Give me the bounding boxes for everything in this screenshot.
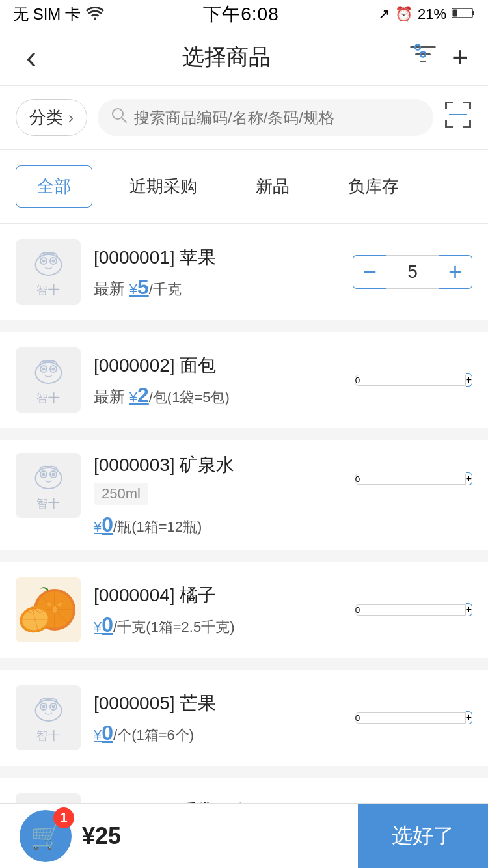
- product-thumbnail: 智十: [16, 685, 81, 750]
- svg-rect-2: [453, 10, 457, 17]
- product-name: [0000003] 矿泉水: [94, 453, 342, 478]
- tab-new[interactable]: 新品: [234, 165, 311, 208]
- back-button[interactable]: ‹: [20, 33, 43, 81]
- product-price: 最新 ¥2/包(1袋=5包): [94, 383, 342, 407]
- product-thumbnail: 智十: [16, 453, 81, 518]
- svg-rect-5: [420, 61, 426, 62]
- cart-button[interactable]: 🛒 1: [20, 810, 72, 862]
- quantity-increment-button[interactable]: +: [466, 472, 472, 485]
- list-item: [0000004] 橘子 ¥0/千克(1箱=2.5千克) +: [0, 562, 488, 658]
- price-yuan-icon: ¥: [94, 619, 102, 635]
- price-yuan-icon: ¥: [129, 389, 137, 405]
- confirm-button[interactable]: 选好了: [358, 804, 488, 869]
- wifi-icon: [86, 5, 104, 23]
- category-button[interactable]: 分类 ›: [16, 99, 87, 136]
- search-input-wrap: [98, 99, 433, 136]
- quantity-control: − +: [353, 255, 472, 289]
- nav-bar: ‹ 选择商品 +: [0, 29, 488, 86]
- product-controls: +: [355, 373, 472, 387]
- product-list: 智十 [0000001] 苹果 最新 ¥5/千克 − +: [0, 224, 488, 868]
- price-yuan-icon: ¥: [129, 281, 137, 297]
- filter-icon[interactable]: [410, 44, 436, 71]
- quantity-increment-button[interactable]: +: [466, 711, 472, 724]
- list-item: 智十 [0000001] 苹果 最新 ¥5/千克 − +: [0, 224, 488, 320]
- quantity-increment-button[interactable]: +: [439, 255, 472, 289]
- product-thumbnail: 智十: [16, 347, 81, 413]
- svg-point-27: [42, 367, 45, 370]
- product-price: ¥0/千克(1箱=2.5千克): [94, 613, 342, 637]
- svg-rect-15: [445, 120, 447, 128]
- status-right: ↗ ⏰ 21%: [378, 6, 475, 23]
- quantity-increment-button[interactable]: +: [466, 373, 472, 387]
- svg-point-45: [53, 606, 57, 613]
- owl-icon: [31, 460, 66, 493]
- product-info: [0000004] 橘子 ¥0/千克(1箱=2.5千克): [81, 583, 355, 637]
- svg-rect-13: [469, 102, 471, 109]
- svg-point-51: [42, 705, 45, 708]
- battery-icon: [452, 6, 475, 23]
- status-left: 无 SIM 卡: [13, 4, 104, 25]
- owl-icon: [31, 692, 66, 726]
- location-icon: ↗: [378, 6, 390, 23]
- nav-actions: +: [410, 41, 468, 74]
- category-label: 分类: [29, 106, 63, 129]
- battery-label: 21%: [418, 6, 446, 23]
- product-info: [0000002] 面包 最新 ¥2/包(1袋=5包): [81, 353, 355, 407]
- svg-rect-11: [445, 102, 447, 109]
- quantity-input[interactable]: [386, 255, 439, 289]
- carrier-label: 无 SIM 卡: [13, 4, 81, 25]
- product-info: [0000005] 芒果 ¥0/个(1箱=6个): [81, 691, 355, 745]
- price-unit: /个(1箱=6个): [113, 727, 194, 743]
- product-image: [16, 577, 81, 642]
- bottom-bar: 🛒 1 ¥25 选好了: [0, 803, 488, 868]
- product-thumbnail: [16, 577, 81, 642]
- item-divider: [0, 659, 488, 670]
- add-icon[interactable]: +: [452, 41, 468, 74]
- svg-point-32: [42, 472, 45, 476]
- price-unit: /千克: [149, 281, 182, 297]
- product-info: [0000003] 矿泉水 250ml ¥0/瓶(1箱=12瓶): [81, 453, 355, 537]
- product-controls: − +: [353, 255, 472, 289]
- item-divider: [0, 767, 488, 778]
- price-unit: /瓶(1箱=12瓶): [113, 519, 202, 535]
- content-area: 分类 › 全部 近期采购 新品 负库存 智十: [0, 86, 488, 868]
- svg-point-33: [51, 472, 55, 476]
- tab-recent[interactable]: 近期采购: [108, 165, 219, 208]
- price-value: 0: [102, 613, 113, 636]
- search-input[interactable]: [134, 109, 420, 127]
- brand-label: 智十: [31, 496, 66, 511]
- quantity-decrement-button[interactable]: −: [353, 255, 386, 289]
- list-item: 智十 [0000005] 芒果 ¥0/个(1箱=6个) +: [0, 670, 488, 766]
- quantity-input[interactable]: [355, 604, 466, 616]
- tab-all[interactable]: 全部: [16, 165, 92, 208]
- tab-negative[interactable]: 负库存: [327, 165, 420, 208]
- quantity-input[interactable]: [355, 474, 466, 485]
- quantity-input[interactable]: [355, 712, 466, 724]
- owl-icon: [31, 355, 66, 388]
- scan-icon[interactable]: [444, 100, 472, 135]
- product-info: [0000001] 苹果 最新 ¥5/千克: [81, 245, 353, 299]
- svg-rect-18: [449, 114, 467, 115]
- svg-point-22: [42, 259, 45, 262]
- product-price: ¥0/瓶(1箱=12瓶): [94, 513, 342, 537]
- status-time: 下午6:08: [203, 2, 279, 27]
- quantity-input[interactable]: [355, 375, 466, 386]
- svg-line-9: [122, 118, 126, 122]
- price-yuan-icon: ¥: [94, 727, 102, 743]
- price-value: 0: [102, 513, 113, 536]
- product-controls: +: [355, 603, 472, 616]
- product-controls: +: [355, 711, 472, 724]
- svg-point-23: [51, 259, 55, 262]
- price-unit: /包(1袋=5包): [149, 389, 230, 405]
- product-controls: +: [355, 472, 472, 485]
- svg-rect-3: [410, 46, 436, 48]
- price-yuan-icon: ¥: [94, 519, 102, 535]
- quantity-increment-button[interactable]: +: [466, 603, 472, 616]
- search-area: 分类 ›: [0, 86, 488, 150]
- svg-rect-4: [415, 53, 431, 55]
- svg-point-52: [51, 705, 55, 708]
- status-bar: 无 SIM 卡 下午6:08 ↗ ⏰ 21%: [0, 0, 488, 29]
- list-item: 智十 [0000003] 矿泉水 250ml ¥0/瓶(1箱=12瓶) +: [0, 440, 488, 550]
- page-title: 选择商品: [182, 42, 271, 72]
- product-name: [0000002] 面包: [94, 353, 342, 378]
